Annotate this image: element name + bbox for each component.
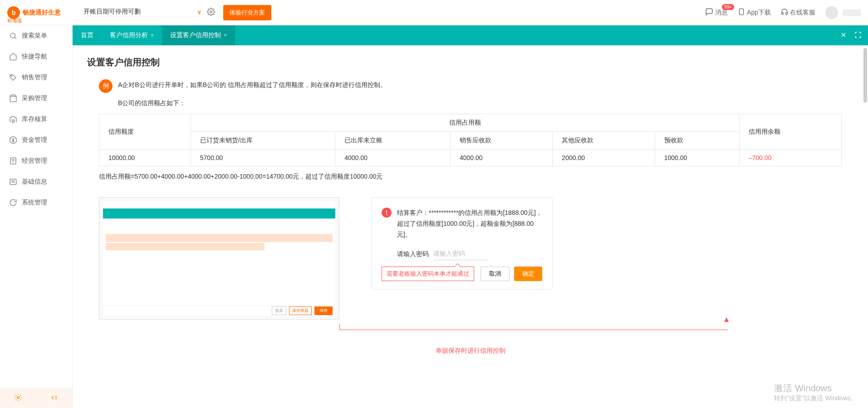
gear-icon[interactable] — [207, 8, 215, 17]
sidebar-item-quicknav[interactable]: 快捷导航 — [0, 46, 72, 67]
top-header: b 畅捷通好生意 标准版 开账日期可停用可删 ∨ 体验行业方案 消息 99+ A… — [0, 0, 868, 25]
search-icon — [9, 32, 17, 40]
example-badge-icon: 例 — [99, 79, 113, 93]
sidebar-item-system[interactable]: 系统管理 — [0, 192, 72, 213]
account-date-label: 开账日期可停用可删 — [83, 8, 141, 16]
experience-industry-button[interactable]: 体验行业方案 — [223, 5, 271, 20]
close-icon[interactable]: × — [224, 32, 227, 39]
message-icon — [705, 8, 713, 17]
message-button[interactable]: 消息 99+ — [705, 8, 728, 17]
close-tab-icon[interactable] — [840, 31, 847, 40]
tabs-bar: 首页 客户信用分析 × 设置客户信用控制 × — [73, 25, 868, 45]
th-prepay: 预收款 — [655, 132, 739, 150]
sidebar-item-sales[interactable]: 销售管理 — [0, 67, 72, 88]
close-icon[interactable]: × — [151, 32, 154, 39]
th-credit-limit: 信用额度 — [99, 114, 191, 150]
mini-giveup-button: 放弃 — [272, 306, 286, 315]
brand-name: 畅捷通好生意 — [23, 9, 61, 17]
clipboard-icon — [9, 157, 17, 165]
sidebar-item-label: 搜索菜单 — [22, 32, 47, 40]
message-badge: 99+ — [722, 4, 734, 10]
sidebar-item-label: 采购管理 — [22, 94, 47, 102]
yen-icon — [9, 136, 17, 144]
mini-screenshot: 放弃 保存草稿 保存 — [99, 197, 339, 320]
sidebar-footer — [0, 388, 72, 408]
sidebar-item-business[interactable]: 经营管理 — [0, 151, 72, 171]
tab-home[interactable]: 首页 — [73, 25, 102, 45]
top-right-actions: 消息 99+ App下载 在线客服 — [705, 6, 861, 19]
confirm-button[interactable]: 确定 — [514, 267, 542, 281]
sidebar-item-label: 资金管理 — [22, 136, 47, 144]
content-column: 首页 客户信用分析 × 设置客户信用控制 × 设置客户信用控制 例 A企对B公司 — [73, 25, 868, 408]
arrow-caption: 单据保存时进行信用控制 — [99, 347, 842, 355]
example-block: 例 A企对B公司进行开单时，如果B公司的 信用占用额超过了信用额度，则在保存时进… — [87, 79, 853, 369]
warning-icon: ! — [382, 208, 392, 218]
th-credit-use: 信用占用额 — [191, 114, 739, 132]
red-arrow-line — [339, 330, 728, 330]
tab-label: 设置客户信用控制 — [170, 31, 221, 39]
svg-line-4 — [15, 37, 16, 39]
credit-warning-popup: ! 结算客户：************的信用占用额为[1888.00元]，超过了… — [371, 197, 553, 290]
bag-icon — [9, 94, 17, 102]
mini-save-button: 保存 — [314, 306, 333, 315]
svg-point-3 — [10, 33, 15, 38]
tab-credit-control[interactable]: 设置客户信用控制 × — [162, 25, 235, 45]
th-receivable: 销售应收款 — [451, 132, 553, 150]
illustration-row: 放弃 保存草稿 保存 ! 结算客户：************的信用占用额为[18… — [99, 197, 842, 320]
mini-save-draft-button: 保存草稿 — [289, 306, 312, 315]
sidebar-item-label: 经营管理 — [22, 157, 47, 165]
collapse-icon[interactable] — [50, 393, 58, 403]
online-service-label: 在线客服 — [790, 9, 815, 17]
example-text-2: B公司的信用额占如下： — [118, 99, 842, 107]
tab-label: 客户信用分析 — [110, 31, 148, 39]
sidebar-item-search[interactable]: 搜索菜单 — [0, 25, 72, 46]
tab-credit-analysis[interactable]: 客户信用分析 × — [102, 25, 162, 45]
user-menu[interactable] — [825, 6, 861, 19]
td-receivable: 4000.00 — [451, 150, 553, 166]
sidebar-item-basedata[interactable]: 基础信息 — [0, 171, 72, 192]
sidebar-item-label: 基础信息 — [22, 178, 47, 186]
tip-bubble: 需要老板输入密码本单才能通过 — [382, 267, 474, 281]
cancel-button[interactable]: 取消 — [481, 267, 510, 281]
th-balance: 信用用余额 — [739, 114, 841, 150]
sidebar-item-label: 系统管理 — [22, 199, 47, 207]
account-date-selector[interactable]: 开账日期可停用可删 ∨ — [83, 8, 201, 17]
tab-label: 首页 — [81, 31, 93, 39]
td-ordered: 5700.00 — [191, 150, 335, 166]
refresh-icon — [9, 199, 17, 207]
sidebar-item-purchase[interactable]: 采购管理 — [0, 88, 72, 109]
table-row: 10000.00 5700.00 4000.00 4000.00 2000.00… — [99, 150, 842, 166]
avatar-icon — [825, 6, 838, 19]
scrollbar[interactable] — [863, 48, 867, 102]
password-label: 请输入密码 — [397, 250, 429, 258]
chevron-down-icon: ∨ — [197, 8, 201, 15]
svg-rect-7 — [12, 120, 15, 122]
summary-text: 信用占用额=5700.00+4000.00+4000.00+2000.00-10… — [99, 173, 842, 181]
tabs-right-actions — [840, 31, 868, 40]
svg-point-15 — [17, 396, 20, 398]
phone-icon — [738, 8, 745, 17]
svg-point-0 — [210, 11, 212, 13]
app-download-button[interactable]: App下载 — [738, 8, 771, 17]
main-area: 搜索菜单 快捷导航 销售管理 采购管理 库存核算 资金管理 经营管理 基础信息 — [0, 25, 868, 408]
page-body: 设置客户信用控制 例 A企对B公司进行开单时，如果B公司的 信用占用额超过了信用… — [73, 45, 868, 408]
credit-table: 信用额度 信用占用额 信用用余额 已订货未销货/出库 已出库未立账 销售应收款 … — [99, 114, 842, 166]
th-other: 其他应收款 — [553, 132, 655, 150]
td-outbound: 4000.00 — [335, 150, 451, 166]
sidebar-item-inventory[interactable]: 库存核算 — [0, 109, 72, 130]
online-service-button[interactable]: 在线客服 — [781, 8, 815, 17]
fullscreen-icon[interactable] — [854, 31, 862, 40]
settings-icon[interactable] — [14, 393, 22, 403]
app-download-label: App下载 — [747, 9, 771, 17]
td-balance: –700.00 — [739, 150, 841, 166]
sidebar-item-label: 销售管理 — [22, 73, 47, 82]
password-input[interactable]: 请输入密码 — [433, 248, 488, 260]
warehouse-icon — [9, 115, 17, 123]
svg-point-5 — [11, 76, 12, 77]
td-prepay: 1000.00 — [655, 150, 739, 166]
sidebar-item-label: 库存核算 — [22, 115, 47, 123]
warning-message: 结算客户：************的信用占用额为[1888.00元]，超过了信用… — [397, 208, 542, 240]
th-ordered: 已订货未销货/出库 — [191, 132, 335, 150]
avatar-name-placeholder — [843, 10, 861, 16]
sidebar-item-fund[interactable]: 资金管理 — [0, 130, 72, 151]
